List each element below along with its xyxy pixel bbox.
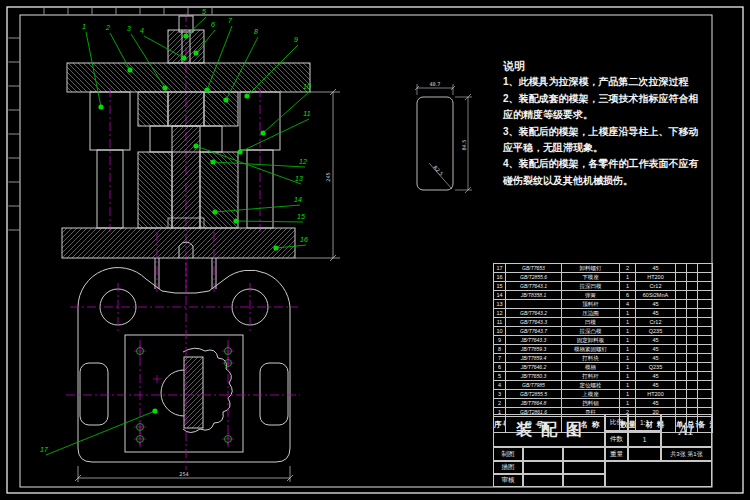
parts-cell: 1 — [620, 390, 636, 399]
parts-row: 12GB/T7643.2压边圈145 — [494, 309, 713, 318]
parts-cell — [676, 309, 687, 318]
parts-cell: 模柄紧固螺钉 — [562, 345, 620, 354]
svg-text:254: 254 — [179, 471, 189, 477]
parts-cell: JB/T7643.3 — [506, 336, 562, 345]
traced-label: 描图 — [493, 461, 523, 474]
parts-cell: 打料块 — [562, 354, 620, 363]
parts-cell: Q235 — [636, 327, 676, 336]
parts-cell: 拉深凸模 — [562, 327, 620, 336]
leader-dot — [152, 408, 157, 413]
parts-cell: 14 — [494, 291, 506, 300]
detail-view: 48.7 84.5 R2.5 — [415, 81, 472, 193]
parts-cell: 凹模 — [562, 318, 620, 327]
parts-row: 15GB/T7643.1拉深凹模1Cr12 — [494, 282, 713, 291]
parts-cell: 挡料销 — [562, 399, 620, 408]
balloon-number: 8 — [254, 28, 258, 35]
balloon-number: 4 — [140, 27, 144, 34]
svg-text:R2.5: R2.5 — [432, 164, 444, 176]
parts-cell: 7 — [494, 354, 506, 363]
balloon-number: 9 — [294, 36, 298, 43]
balloon-number: 5 — [202, 8, 206, 15]
parts-cell — [698, 336, 713, 345]
leader-dot — [260, 130, 265, 135]
parts-cell: 顶料杆 — [562, 300, 620, 309]
upper-die-plate — [67, 63, 310, 92]
note-line: 3、装配后的模架，上模座沿导柱上、下移动 — [503, 124, 711, 140]
parts-cell: 卸料螺钉 — [562, 264, 620, 273]
leader-line — [263, 92, 309, 133]
leader-dot — [181, 55, 186, 60]
punch-section — [184, 357, 203, 428]
parts-cell: JB/T7859.3 — [506, 345, 562, 354]
leader-dot — [183, 33, 188, 38]
parts-cell: 45 — [636, 300, 676, 309]
balloon-number: 15 — [297, 213, 305, 220]
parts-cell: 45 — [636, 354, 676, 363]
parts-cell — [687, 345, 698, 354]
parts-cell: GB/T7985 — [506, 381, 562, 390]
leader-line — [236, 221, 303, 222]
parts-cell — [687, 300, 698, 309]
cad-drawing-sheet: { "drawing": { "notes": { "title": "说明",… — [0, 0, 750, 500]
parts-cell: 上模座 — [562, 390, 620, 399]
notes-title: 说明 — [503, 58, 711, 74]
parts-cell: JB/T7859.4 — [506, 354, 562, 363]
parts-cell — [687, 282, 698, 291]
parts-cell: JB/T7864.8 — [506, 399, 562, 408]
parts-list-table: 17GB/T7653卸料螺钉24516GB/T2855.6下模座1HT20015… — [493, 263, 713, 433]
scale-label: 比例 — [605, 414, 628, 431]
scale-value: 1:1 — [628, 414, 661, 431]
parts-cell — [687, 318, 698, 327]
parts-row: 11GB/T7643.3凹模1Cr12 — [494, 318, 713, 327]
balloon-number: 7 — [228, 17, 233, 24]
parts-row: 13顶料杆445 — [494, 300, 713, 309]
detail-width-dimension: 48.7 — [415, 81, 455, 95]
leader-dot — [233, 218, 238, 223]
parts-cell: GB/T2855.5 — [506, 390, 562, 399]
parts-cell — [687, 354, 698, 363]
parts-cell: Cr12 — [636, 318, 676, 327]
parts-cell — [687, 291, 698, 300]
balloon-number: 17 — [40, 446, 49, 453]
parts-cell — [687, 309, 698, 318]
balloon-number: 13 — [295, 175, 303, 182]
parts-cell — [687, 327, 698, 336]
parts-cell: 1 — [620, 372, 636, 381]
clamp-slot-left — [80, 363, 108, 425]
drawn-name-cell — [523, 447, 563, 461]
leader-dot — [237, 149, 242, 154]
parts-cell — [698, 327, 713, 336]
parts-cell — [687, 390, 698, 399]
parts-cell — [687, 264, 698, 273]
sheet-size: A1 — [661, 414, 712, 447]
parts-cell: GB/T7643.2 — [506, 309, 562, 318]
parts-cell — [698, 390, 713, 399]
parts-cell: 2 — [494, 399, 506, 408]
parts-cell — [698, 318, 713, 327]
parts-row: 6JB/T7646.2模柄1Q235 — [494, 363, 713, 372]
parts-cell: 1 — [620, 318, 636, 327]
balloon-number: 12 — [299, 158, 307, 165]
leader-dot — [244, 93, 249, 98]
parts-row: 2JB/T7864.8挡料销145 — [494, 399, 713, 408]
note-line: 碰伤裂纹以及其他机械损伤。 — [503, 173, 711, 189]
parts-cell: GB/T2855.6 — [506, 273, 562, 282]
parts-cell: 12 — [494, 309, 506, 318]
detail-radius-leader: R2.5 — [429, 163, 452, 189]
traced-date-cell — [563, 461, 605, 474]
parts-cell: 4 — [620, 300, 636, 309]
parts-cell: HT200 — [636, 273, 676, 282]
parts-cell: 2 — [620, 264, 636, 273]
parts-row: 5JB/T7650.3打料杆145 — [494, 372, 713, 381]
parts-cell — [698, 345, 713, 354]
parts-cell: 1 — [620, 309, 636, 318]
parts-cell — [676, 282, 687, 291]
parts-row: 9JB/T7643.3固定卸料板145 — [494, 336, 713, 345]
parts-cell: JB/T7646.2 — [506, 363, 562, 372]
punch-holder — [168, 92, 204, 126]
parts-cell: Q235 — [636, 363, 676, 372]
parts-cell: 1 — [620, 381, 636, 390]
svg-text:84.5: 84.5 — [461, 139, 467, 150]
notes-lines: 1、此模具为拉深模，产品第二次拉深过程2、装配成套的模架，三项技术指标应符合相应… — [503, 74, 711, 189]
notes-block: 说明 1、此模具为拉深模，产品第二次拉深过程2、装配成套的模架，三项技术指标应符… — [503, 58, 711, 189]
